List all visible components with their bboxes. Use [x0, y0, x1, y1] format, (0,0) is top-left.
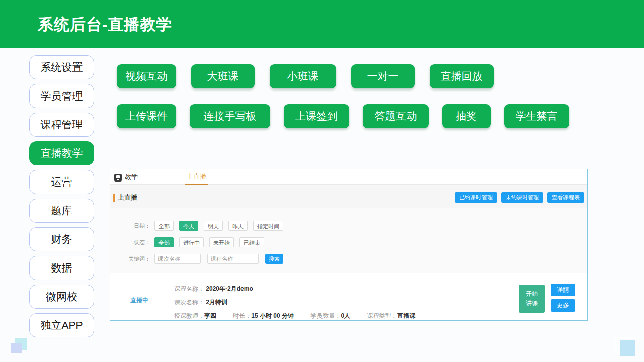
course-type-label: 课程类型： [367, 312, 397, 319]
duration-value: 15 小时 00 分钟 [251, 312, 294, 319]
details-button[interactable]: 详情 [551, 284, 575, 296]
course-list: 直播中 课程名称： 2020年-2月demo 课次名称： 2月特训 授课教师：李… [110, 273, 587, 320]
course-type-value: 直播课 [397, 312, 415, 319]
decor-square-lavender-left [11, 343, 22, 353]
lesson-name-input[interactable] [154, 254, 201, 264]
status-chip-ended[interactable]: 已结束 [239, 237, 264, 247]
lesson-name-label: 课次名称： [174, 299, 204, 306]
feature-connect-tablet-button[interactable]: 连接手写板 [190, 104, 270, 128]
header-banner: 系统后台-直播教学 [0, 0, 644, 48]
sidebar-item-student-mgmt[interactable]: 学员管理 [29, 84, 94, 108]
status-filter-row: 状态： 全部 进行中 未开始 已结束 [121, 237, 270, 248]
sidebar-item-data[interactable]: 数据 [29, 256, 94, 280]
section-title-wrap: 上直播 [113, 193, 137, 202]
feature-live-replay-button[interactable]: 直播回放 [430, 64, 494, 88]
status-chip-all[interactable]: 全部 [154, 237, 174, 247]
feature-lottery-button[interactable]: 抽奖 [442, 104, 491, 128]
feature-quiz-interaction-button[interactable]: 答题互动 [363, 104, 429, 128]
start-teaching-button[interactable]: 开始讲课 [519, 285, 545, 313]
sidebar-item-standalone-app[interactable]: 独立APP [29, 313, 94, 337]
students-group: 学员数量：0人 [310, 312, 350, 319]
lesson-name-line: 课次名称： 2月特训 [174, 296, 430, 309]
sidebar-item-course-mgmt[interactable]: 课程管理 [29, 113, 94, 137]
date-chip-all[interactable]: 全部 [154, 221, 174, 231]
feature-one-on-one-button[interactable]: 一对一 [351, 64, 415, 88]
course-name-line: 课程名称： 2020年-2月demo [174, 282, 430, 296]
teacher-label: 授课教师： [174, 312, 204, 319]
date-chip-custom[interactable]: 指定时间 [253, 221, 283, 231]
course-name-value: 2020年-2月demo [206, 285, 253, 292]
type-group: 课程类型：直播课 [367, 312, 415, 319]
page: 系统后台-直播教学 系统设置 学员管理 课程管理 直播教学 运营 题库 财务 数… [0, 0, 644, 362]
students-label: 学员数量： [310, 312, 341, 319]
sidebar: 系统设置 学员管理 课程管理 直播教学 运营 题库 财务 数据 微网校 独立AP… [29, 55, 94, 337]
course-details: 课程名称： 2020年-2月demo 课次名称： 2月特训 授课教师：李四 时长… [174, 282, 430, 323]
duration-label: 时长： [233, 312, 251, 319]
keyword-label: 关键词： [121, 255, 150, 263]
date-chip-yesterday[interactable]: 昨天 [228, 221, 248, 231]
view-timetable-button[interactable]: 查看课程表 [547, 192, 584, 203]
feature-large-class-button[interactable]: 大班课 [191, 64, 255, 88]
booked-lessons-button[interactable]: 已约课时管理 [455, 192, 497, 203]
feature-class-signin-button[interactable]: 上课签到 [284, 104, 349, 128]
section-title: 上直播 [118, 193, 137, 202]
status-chip-ongoing[interactable]: 进行中 [179, 237, 204, 247]
course-meta-line: 授课教师：李四 时长：15 小时 00 分钟 学员数量：0人 课程类型：直播课 [174, 309, 430, 323]
feature-mute-students-button[interactable]: 学生禁言 [504, 104, 569, 128]
date-filter-label: 日期： [121, 222, 150, 230]
keyword-filter-row: 关键词： 搜索 [121, 253, 283, 264]
sidebar-item-finance[interactable]: 财务 [29, 227, 94, 251]
course-name-label: 课程名称： [174, 285, 204, 292]
decor-square-blue-right [620, 340, 635, 356]
filter-area: 日期： 全部 今天 明天 昨天 指定时间 状态： 全部 进行中 未开始 已结束 … [110, 208, 587, 273]
sidebar-item-system-settings[interactable]: 系统设置 [29, 55, 94, 79]
more-button[interactable]: 更多 [551, 299, 575, 312]
feature-video-interaction-button[interactable]: 视频互动 [117, 64, 176, 88]
sidebar-item-operations[interactable]: 运营 [29, 170, 94, 194]
live-admin-panel: 教学 上直播 上直播 已约课时管理 未约课时管理 查看课程表 日期： 全部 今天… [110, 169, 588, 321]
status-filter-label: 状态： [121, 239, 150, 246]
feature-small-class-button[interactable]: 小班课 [270, 64, 336, 88]
teacher-group: 授课教师：李四 [174, 312, 216, 319]
duration-group: 时长：15 小时 00 分钟 [233, 312, 294, 319]
feature-upload-courseware-button[interactable]: 上传课件 [117, 104, 176, 128]
teaching-app-icon [114, 174, 122, 182]
live-status-badge: 直播中 [130, 296, 148, 305]
sidebar-item-live-teaching[interactable]: 直播教学 [29, 141, 94, 165]
row-divider [167, 280, 167, 314]
date-chip-today[interactable]: 今天 [179, 221, 198, 231]
feature-row-2: 上传课件 连接手写板 上课签到 答题互动 抽奖 学生禁言 [117, 104, 569, 128]
lesson-name-value: 2月特训 [206, 299, 227, 306]
course-name-input[interactable] [207, 254, 259, 264]
section-header-buttons: 已约课时管理 未约课时管理 查看课程表 [455, 192, 584, 203]
unbooked-lessons-button[interactable]: 未约课时管理 [501, 192, 543, 203]
date-filter-row: 日期： 全部 今天 明天 昨天 指定时间 [121, 220, 289, 231]
feature-row-1: 视频互动 大班课 小班课 一对一 直播回放 [117, 64, 494, 88]
section-accent-bar [113, 194, 115, 202]
panel-tab-bar: 教学 上直播 [110, 169, 587, 185]
panel-brand: 教学 [114, 173, 138, 182]
tab-go-live[interactable]: 上直播 [185, 169, 208, 185]
students-value: 0人 [341, 312, 350, 319]
sidebar-item-micro-school[interactable]: 微网校 [29, 285, 94, 309]
page-title: 系统后台-直播教学 [38, 14, 172, 35]
date-chip-tomorrow[interactable]: 明天 [204, 221, 223, 231]
section-header-band: 上直播 已约课时管理 未约课时管理 查看课程表 [110, 185, 587, 208]
status-chip-notstarted[interactable]: 未开始 [209, 237, 234, 247]
sidebar-item-question-bank[interactable]: 题库 [29, 199, 94, 223]
teacher-value: 李四 [204, 312, 216, 319]
brand-label: 教学 [125, 173, 138, 182]
search-button[interactable]: 搜索 [265, 254, 283, 264]
